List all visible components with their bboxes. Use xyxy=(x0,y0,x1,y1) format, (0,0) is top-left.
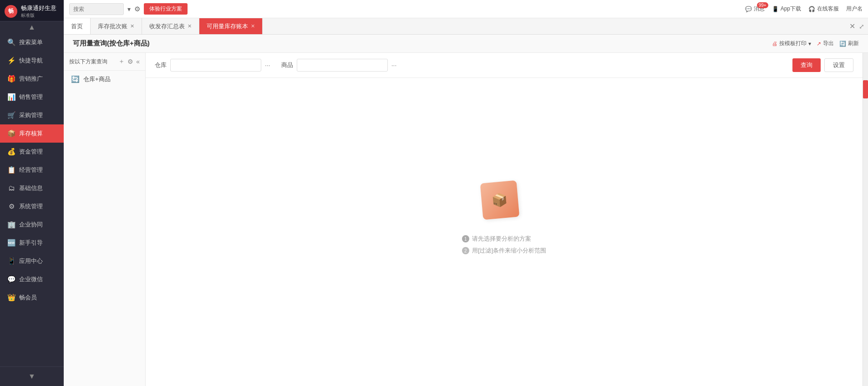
sidebar-item-operations[interactable]: 📋 经营管理 xyxy=(0,161,64,179)
product-more-button[interactable]: ··· xyxy=(391,62,397,69)
sidebar-item-enterprise[interactable]: 🏢 企业协同 xyxy=(0,216,64,234)
print-button[interactable]: 🖨 按模板打印 ▾ xyxy=(772,40,811,47)
tab-receipt-summary[interactable]: 收发存汇总表 ✕ xyxy=(142,18,199,34)
empty-tip-1: 1 请先选择要分析的方案 xyxy=(462,235,546,243)
app-download-button[interactable]: 📱 App下载 xyxy=(772,5,801,13)
product-input[interactable] xyxy=(297,59,388,72)
filter-settings-button[interactable]: 设置 xyxy=(824,58,853,72)
enterprise-icon: 🏢 xyxy=(7,221,15,229)
scheme-settings-button[interactable]: ⚙ xyxy=(127,57,133,66)
sidebar-item-basic[interactable]: 🗂 基础信息 xyxy=(0,179,64,197)
product-filter: 商品 ··· xyxy=(281,59,397,72)
scheme-header-actions: ＋ ⚙ « xyxy=(118,57,140,66)
tab-available-ledger-close[interactable]: ✕ xyxy=(251,23,255,29)
export-button[interactable]: ↗ 导出 xyxy=(817,40,834,47)
sidebar-scroll-up[interactable]: ▲ xyxy=(0,21,64,33)
sidebar-item-label: 基础信息 xyxy=(19,184,43,192)
sidebar-item-apps[interactable]: 📱 应用中心 xyxy=(0,252,64,270)
message-button[interactable]: 💬 消息 99+ xyxy=(745,5,765,13)
sidebar-item-label: 企业微信 xyxy=(19,275,43,283)
query-button[interactable]: 查询 xyxy=(792,58,821,72)
service-button[interactable]: 🎧 在线客服 xyxy=(808,5,839,13)
print-icon: 🖨 xyxy=(772,41,777,47)
dropdown-button[interactable]: ▾ xyxy=(127,5,131,13)
search-input[interactable] xyxy=(69,3,124,15)
sidebar-item-label: 搜索菜单 xyxy=(19,38,43,46)
marketing-icon: 🎁 xyxy=(7,75,15,83)
shortcut-icon: ⚡ xyxy=(7,57,15,65)
tab-available-ledger-label: 可用量库存账本 xyxy=(207,22,248,31)
sidebar-version: 标准版 xyxy=(21,12,56,18)
empty-box-icon: 📦 xyxy=(480,180,519,220)
system-icon: ⚙ xyxy=(7,202,15,211)
scrollbar-handle[interactable] xyxy=(863,80,868,98)
sidebar-item-inventory[interactable]: 📦 库存核算 xyxy=(0,124,64,143)
warehouse-input[interactable] xyxy=(170,59,261,72)
scheme-item-icon: 🔄 xyxy=(71,75,80,83)
sidebar-item-system[interactable]: ⚙ 系统管理 xyxy=(0,197,64,216)
product-label: 商品 xyxy=(281,61,293,69)
warehouse-label: 仓库 xyxy=(155,61,167,69)
empty-state: 📦 1 请先选择要分析的方案 2 用[过滤]条件来缩小分析范围 xyxy=(146,78,863,386)
scheme-item-warehouse-product[interactable]: 🔄 仓库+商品 xyxy=(64,71,145,88)
tab-available-ledger[interactable]: 可用量库存账本 ✕ xyxy=(199,18,263,34)
sidebar-item-vip[interactable]: 👑 畅会员 xyxy=(0,288,64,307)
page-header: 可用量查询(按仓库+商品) 🖨 按模板打印 ▾ ↗ 导出 🔄 刷新 xyxy=(64,35,868,53)
tab-receipt-summary-label: 收发存汇总表 xyxy=(149,22,185,31)
query-filters: 仓库 ··· 商品 ··· 查询 设置 xyxy=(146,53,863,78)
service-label: 在线客服 xyxy=(817,5,839,13)
close-all-tabs-button[interactable]: ✕ xyxy=(849,22,855,31)
scheme-item-label: 仓库+商品 xyxy=(83,75,111,83)
sidebar-item-marketing[interactable]: 🎁 营销推广 xyxy=(0,70,64,88)
sidebar-item-label: 系统管理 xyxy=(19,202,43,211)
expand-button[interactable]: ⤢ xyxy=(859,23,864,30)
content-area: 按以下方案查询 ＋ ⚙ « 🔄 仓库+商品 仓库 ··· xyxy=(64,53,868,386)
operations-icon: 📋 xyxy=(7,166,15,174)
warehouse-more-button[interactable]: ··· xyxy=(265,62,270,69)
search-icon: 🔍 xyxy=(7,38,15,46)
inventory-icon: 📦 xyxy=(7,129,15,138)
sidebar-item-label: 企业协同 xyxy=(19,221,43,229)
sidebar-item-label: 库存核算 xyxy=(19,129,43,138)
sidebar-item-search[interactable]: 🔍 搜索菜单 xyxy=(0,33,64,51)
tip-text-1: 请先选择要分析的方案 xyxy=(472,235,531,243)
sidebar-scroll-down[interactable]: ▼ xyxy=(0,371,64,382)
tabbar-actions: ✕ ⤢ xyxy=(846,18,868,34)
empty-tip-2: 2 用[过滤]条件来缩小分析范围 xyxy=(462,247,546,255)
sidebar-item-sales[interactable]: 📊 销售管理 xyxy=(0,88,64,106)
sidebar-item-label: 经营管理 xyxy=(19,166,43,174)
sidebar-item-purchase[interactable]: 🛒 采购管理 xyxy=(0,106,64,124)
sidebar-item-label: 资金管理 xyxy=(19,148,43,156)
tab-batch-account-close[interactable]: ✕ xyxy=(130,23,134,29)
tab-batch-account[interactable]: 库存批次账 ✕ xyxy=(91,18,142,34)
app-label: App下载 xyxy=(781,5,801,13)
sidebar-item-finance[interactable]: 💰 资金管理 xyxy=(0,143,64,161)
sidebar-item-wechat[interactable]: 💬 企业微信 xyxy=(0,270,64,288)
sales-icon: 📊 xyxy=(7,93,15,101)
tip-number-2: 2 xyxy=(462,247,469,254)
refresh-button[interactable]: 🔄 刷新 xyxy=(839,40,859,47)
topbar: ▾ ⚙ 体验行业方案 💬 消息 99+ 📱 App下载 🎧 在线客服 用户名 xyxy=(64,0,868,18)
export-icon: ↗ xyxy=(817,41,821,47)
user-menu[interactable]: 用户名 xyxy=(846,5,863,13)
user-label: 用户名 xyxy=(846,5,863,12)
apps-icon: 📱 xyxy=(7,257,15,265)
gear-button[interactable]: ⚙ xyxy=(134,5,140,13)
sidebar-item-label: 快捷导航 xyxy=(19,57,43,65)
message-icon: 💬 xyxy=(745,6,752,12)
collapse-scheme-button[interactable]: « xyxy=(136,57,140,66)
sidebar-company-name: 畅康通好生意 xyxy=(21,5,56,12)
empty-icon-container: 📦 xyxy=(482,182,527,227)
wechat-icon: 💬 xyxy=(7,275,15,283)
add-scheme-button[interactable]: ＋ xyxy=(118,57,125,66)
sidebar-item-newbie[interactable]: 🆕 新手引导 xyxy=(0,234,64,252)
query-actions: 查询 设置 xyxy=(792,58,853,72)
tip-text-2: 用[过滤]条件来缩小分析范围 xyxy=(472,247,546,255)
sidebar-logo: 畅 xyxy=(5,5,17,18)
tab-receipt-summary-close[interactable]: ✕ xyxy=(188,23,192,29)
industry-button[interactable]: 体验行业方案 xyxy=(144,3,188,15)
tab-home[interactable]: 首页 xyxy=(64,18,91,34)
tab-home-label: 首页 xyxy=(71,22,83,31)
sidebar-item-shortcut[interactable]: ⚡ 快捷导航 xyxy=(0,51,64,70)
sidebar-item-label: 营销推广 xyxy=(19,75,43,83)
